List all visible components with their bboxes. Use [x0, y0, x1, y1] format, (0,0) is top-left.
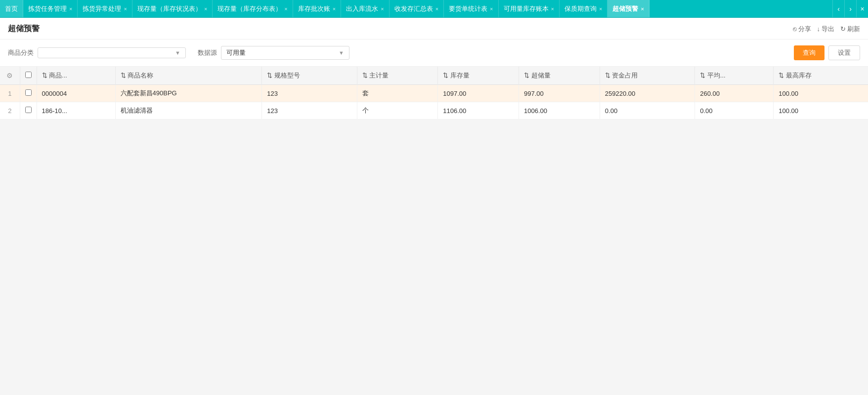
- nav-item-8[interactable]: 要货单统计表×: [444, 0, 498, 17]
- row-code: 0000004: [37, 85, 115, 102]
- col-name-label: ⇅ 商品名称: [121, 72, 154, 79]
- page-header: 超储预警 ⎋ 分享 ↓ 导出 ↻ 刷新: [0, 18, 868, 40]
- col-stock[interactable]: ⇅ 库存量: [438, 67, 519, 85]
- row-checkbox-cell: [20, 85, 37, 102]
- nav-item-11[interactable]: 超储预警×: [608, 0, 649, 17]
- query-button[interactable]: 查询: [794, 45, 825, 60]
- nav-item-6[interactable]: 出入库流水×: [341, 0, 389, 17]
- refresh-button[interactable]: ↻ 刷新: [840, 25, 860, 34]
- nav-item-close-2[interactable]: ×: [124, 6, 127, 12]
- datasource-value: 可用量: [226, 48, 246, 57]
- row-spec: 123: [262, 102, 357, 119]
- row-avg: 0.00: [695, 102, 774, 119]
- nav-item-7[interactable]: 收发存汇总表×: [390, 0, 444, 17]
- row-max-stock: 100.00: [774, 85, 868, 102]
- nav-item-10[interactable]: 保质期查询×: [560, 0, 608, 17]
- nav-item-5[interactable]: 库存批次账×: [293, 0, 341, 17]
- table-row: 1 0000004 六配套新昌490BPG 123 套 1097.00 997.…: [0, 85, 868, 102]
- col-spec-label: ⇅ 规格型号: [267, 72, 300, 79]
- col-checkbox: [20, 67, 37, 85]
- page-content: 超储预警 ⎋ 分享 ↓ 导出 ↻ 刷新 商品分类 ▼ 数据源: [0, 18, 868, 119]
- data-table: ⚙ ⇅ 商品... ⇅ 商品名称 ⇅ 规格型号 ⇅ 主计量 ⇅ 库存量 ⇅ 超储…: [0, 67, 868, 119]
- row-avg: 260.00: [695, 85, 774, 102]
- select-all-checkbox[interactable]: [25, 72, 32, 78]
- row-gear-cell: 2: [0, 102, 20, 119]
- row-name: 六配套新昌490BPG: [115, 85, 262, 102]
- row-overstock: 997.00: [519, 85, 600, 102]
- row-unit: 套: [357, 85, 438, 102]
- col-max-stock-label: ⇅ 最高库存: [779, 72, 812, 79]
- datasource-label: 数据源: [198, 48, 217, 57]
- table-header-row: ⚙ ⇅ 商品... ⇅ 商品名称 ⇅ 规格型号 ⇅ 主计量 ⇅ 库存量 ⇅ 超储…: [0, 67, 868, 85]
- nav-item-close-10[interactable]: ×: [599, 6, 602, 12]
- nav-item-3[interactable]: 现存量（库存状况表）×: [132, 0, 213, 17]
- nav-item-close-1[interactable]: ×: [69, 6, 72, 12]
- row-capital: 259220.00: [600, 85, 694, 102]
- header-actions: ⎋ 分享 ↓ 导出 ↻ 刷新: [793, 25, 861, 34]
- row-checkbox-0[interactable]: [25, 89, 32, 96]
- col-capital-label: ⇅ 资金占用: [605, 72, 638, 79]
- row-code: 186-10...: [37, 102, 115, 119]
- nav-item-9[interactable]: 可用量库存账本×: [499, 0, 560, 17]
- col-name[interactable]: ⇅ 商品名称: [115, 67, 262, 85]
- category-label: 商品分类: [8, 48, 34, 57]
- export-button[interactable]: ↓ 导出: [817, 25, 835, 34]
- share-label: 分享: [798, 25, 811, 34]
- nav-item-close-7[interactable]: ×: [435, 6, 438, 12]
- nav-item-close-9[interactable]: ×: [551, 6, 554, 12]
- refresh-label: 刷新: [847, 25, 860, 34]
- nav-item-4[interactable]: 现存量（库存分布表）×: [213, 0, 293, 17]
- row-checkbox-1[interactable]: [25, 107, 32, 113]
- chevron-down-icon: ▼: [339, 50, 344, 56]
- nav-item-2[interactable]: 拣货异常处理×: [78, 0, 132, 17]
- category-filter: 商品分类 ▼: [8, 47, 186, 58]
- nav-item-close-11[interactable]: ×: [641, 6, 644, 12]
- share-icon: ⎋: [793, 25, 797, 33]
- row-capital: 0.00: [600, 102, 694, 119]
- table-row: 2 186-10... 机油滤清器 123 个 1106.00 1006.00 …: [0, 102, 868, 119]
- nav-item-close-6[interactable]: ×: [381, 6, 384, 12]
- datasource-select[interactable]: 可用量 ▼: [221, 46, 349, 60]
- nav-item-0[interactable]: 首页: [0, 0, 23, 17]
- nav-bar: 首页拣货任务管理×拣货异常处理×现存量（库存状况表）×现存量（库存分布表）×库存…: [0, 0, 868, 18]
- row-stock: 1106.00: [438, 102, 519, 119]
- col-spec[interactable]: ⇅ 规格型号: [262, 67, 357, 85]
- col-capital[interactable]: ⇅ 资金占用: [600, 67, 694, 85]
- col-unit[interactable]: ⇅ 主计量: [357, 67, 438, 85]
- col-unit-label: ⇅ 主计量: [362, 72, 389, 79]
- export-icon: ↓: [817, 25, 821, 33]
- refresh-icon: ↻: [840, 25, 846, 33]
- col-gear[interactable]: ⚙: [0, 67, 20, 85]
- col-avg[interactable]: ⇅ 平均...: [695, 67, 774, 85]
- row-name: 机油滤清器: [115, 102, 262, 119]
- col-max-stock[interactable]: ⇅ 最高库存: [774, 67, 868, 85]
- nav-item-close-4[interactable]: ×: [284, 6, 287, 12]
- col-code-label: ⇅ 商品...: [42, 72, 67, 79]
- nav-prev-button[interactable]: ‹: [832, 0, 844, 18]
- row-stock: 1097.00: [438, 85, 519, 102]
- share-button[interactable]: ⎋ 分享: [793, 25, 811, 34]
- col-avg-label: ⇅ 平均...: [700, 72, 725, 79]
- col-code[interactable]: ⇅ 商品...: [37, 67, 115, 85]
- row-spec: 123: [262, 85, 357, 102]
- settings-button[interactable]: 设置: [828, 45, 860, 60]
- row-overstock: 1006.00: [519, 102, 600, 119]
- col-overstock[interactable]: ⇅ 超储量: [519, 67, 600, 85]
- table-wrapper: ⚙ ⇅ 商品... ⇅ 商品名称 ⇅ 规格型号 ⇅ 主计量 ⇅ 库存量 ⇅ 超储…: [0, 67, 868, 119]
- row-checkbox-cell: [20, 102, 37, 119]
- nav-next-button[interactable]: ›: [844, 0, 856, 18]
- export-label: 导出: [822, 25, 834, 34]
- datasource-filter: 数据源 可用量 ▼: [198, 46, 349, 60]
- page-title: 超储预警: [8, 24, 40, 34]
- nav-item-1[interactable]: 拣货任务管理×: [23, 0, 78, 17]
- settings-icon[interactable]: ⚙: [6, 72, 13, 79]
- nav-close-button[interactable]: ×: [856, 0, 868, 18]
- filter-actions: 查询 设置: [794, 45, 860, 60]
- row-max-stock: 100.00: [774, 102, 868, 119]
- nav-item-close-3[interactable]: ×: [204, 6, 207, 12]
- nav-item-close-5[interactable]: ×: [333, 6, 336, 12]
- col-overstock-label: ⇅ 超储量: [524, 72, 551, 79]
- category-select[interactable]: ▼: [38, 47, 186, 58]
- nav-item-close-8[interactable]: ×: [490, 6, 493, 12]
- row-gear-cell: 1: [0, 85, 20, 102]
